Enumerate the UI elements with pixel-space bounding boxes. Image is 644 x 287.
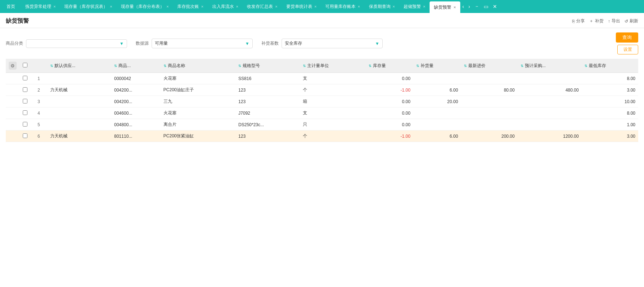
row-latest-price-0 — [461, 73, 518, 84]
row-replenish-qty-0 — [413, 73, 461, 84]
tab-close-collect[interactable]: × — [275, 4, 277, 9]
row-code-1: 004200... — [111, 84, 160, 96]
data-table: ⚙ ⇅ 默认供应... ⇅ 商 — [6, 59, 638, 142]
col-header-replenish-qty: ⇅ 补货量 — [413, 59, 461, 73]
row-supplier-0 — [47, 73, 111, 84]
sort-icon-name: ⇅ — [164, 64, 166, 68]
category-label: 商品分类 — [6, 40, 23, 47]
table-row: 6 力天机械 801110... PC200张紧油缸 123 个 -1.00 6… — [6, 131, 638, 142]
row-check-4[interactable] — [23, 122, 27, 127]
category-arrow-icon: ▼ — [119, 41, 124, 46]
share-button[interactable]: ⎘ 分享 — [572, 18, 585, 24]
row-replenish-qty-3 — [413, 107, 461, 119]
row-check-5[interactable] — [23, 133, 27, 138]
sort-icon-estimated: ⇅ — [521, 64, 523, 68]
row-unit-4: 只 — [300, 119, 366, 131]
tab-stock-status[interactable]: 现存量（库存状况表） × — [60, 0, 116, 13]
row-check-3[interactable] — [23, 110, 27, 115]
table-row: 3 004200... 三九 123 箱 0.00 20.00 10.00 — [6, 96, 638, 107]
tab-close-stock-status[interactable]: × — [110, 4, 112, 9]
datasource-label: 数据源 — [136, 40, 149, 47]
tab-close-available[interactable]: × — [358, 4, 360, 9]
tab-close-batch[interactable]: × — [201, 4, 203, 9]
col-header-spec: ⇅ 规格型号 — [235, 59, 300, 73]
row-name-2: 三九 — [161, 96, 236, 107]
row-checkbox-2[interactable] — [19, 96, 30, 107]
tab-batch[interactable]: 库存批次账 × — [173, 0, 208, 13]
row-checkbox-3[interactable] — [19, 107, 30, 119]
select-all-checkbox[interactable] — [23, 63, 27, 67]
row-spec-4: DS250*23c... — [235, 119, 300, 131]
tab-close-stock-dist[interactable]: × — [166, 4, 169, 9]
row-replenish-qty-1: 6.00 — [413, 84, 461, 96]
tab-abnormal[interactable]: 拣货异常处理 × — [21, 0, 60, 13]
tab-close-expiry[interactable]: × — [393, 4, 395, 9]
replenish-base-filter-group: 补货基数 安全库存 ▼ — [261, 39, 383, 48]
row-unit-2: 箱 — [300, 96, 366, 107]
tab-stock-dist[interactable]: 现存量（库存分布表） × — [117, 0, 173, 13]
row-min-stock-1: 3.00 — [582, 84, 638, 96]
row-stock-4: 0.00 — [366, 119, 413, 131]
col-header-product-name: ⇅ 商品名称 — [161, 59, 236, 73]
category-select[interactable]: ▼ — [26, 39, 127, 48]
row-settings-2 — [6, 96, 19, 107]
tab-expiry[interactable]: 保质期查询 × — [365, 0, 399, 13]
tab-demand[interactable]: 要货单统计表 × — [282, 0, 321, 13]
query-button[interactable]: 查询 — [616, 32, 638, 43]
refresh-button[interactable]: ↺ 刷新 — [625, 18, 638, 24]
row-check-0[interactable] — [23, 76, 27, 80]
export-button[interactable]: ↑ 导出 — [608, 18, 620, 24]
row-checkbox-1[interactable] — [19, 84, 30, 96]
col-header-settings: ⚙ — [6, 59, 19, 73]
col-header-min-stock: ⇅ 最低库存 — [582, 59, 638, 73]
replenish-base-select[interactable]: 安全库存 ▼ — [282, 39, 383, 48]
row-name-4: 离合片 — [161, 119, 236, 131]
row-replenish-qty-4 — [413, 119, 461, 131]
row-name-0: 火花塞 — [161, 73, 236, 84]
category-filter-group: 商品分类 ▼ — [6, 39, 127, 48]
export-icon: ↑ — [608, 19, 610, 24]
tab-overstock[interactable]: 超储预警 × — [399, 0, 430, 13]
row-code-5: 801110... — [111, 131, 160, 142]
datasource-select[interactable]: 可用量 ▼ — [152, 39, 253, 48]
tab-available[interactable]: 可用量库存账本 × — [321, 0, 364, 13]
row-code-0: 0000042 — [111, 73, 160, 84]
tab-close-inout[interactable]: × — [236, 4, 238, 9]
window-close-btn[interactable]: ✕ — [491, 0, 499, 13]
tab-inout[interactable]: 出入库流水 × — [208, 0, 243, 13]
row-stock-0: 0.00 — [366, 73, 413, 84]
column-settings-gear[interactable]: ⚙ — [9, 62, 17, 70]
row-checkbox-4[interactable] — [19, 119, 30, 131]
row-checkbox-0[interactable] — [19, 73, 30, 84]
tab-close-shortage[interactable]: × — [453, 5, 456, 9]
tab-close-abnormal[interactable]: × — [53, 4, 56, 9]
sort-icon-min-stock: ⇅ — [584, 64, 587, 68]
row-estimated-3 — [518, 107, 582, 119]
window-minimize-btn[interactable]: － — [472, 0, 482, 13]
tab-collect[interactable]: 收发存汇总表 × — [243, 0, 282, 13]
tab-nav-next[interactable]: › — [466, 0, 472, 13]
row-settings-1 — [6, 84, 19, 96]
tab-nav-prev[interactable]: ‹ — [460, 0, 466, 13]
row-spec-5: 123 — [235, 131, 300, 142]
settings-button[interactable]: 设置 — [617, 45, 638, 54]
row-supplier-1: 力天机械 — [47, 84, 111, 96]
window-restore-btn[interactable]: ▭ — [482, 0, 491, 13]
row-checkbox-5[interactable] — [19, 131, 30, 142]
header-actions: ⎘ 分享 ＋ 补货 ↑ 导出 ↺ 刷新 — [572, 18, 638, 24]
tab-close-demand[interactable]: × — [314, 4, 317, 9]
page-content: 缺货预警 ⎘ 分享 ＋ 补货 ↑ 导出 ↺ 刷新 商品分类 — [0, 13, 644, 287]
page-header: 缺货预警 ⎘ 分享 ＋ 补货 ↑ 导出 ↺ 刷新 — [0, 13, 644, 28]
tab-close-overstock[interactable]: × — [423, 4, 425, 9]
filter-bar: 商品分类 ▼ 数据源 可用量 ▼ 补货基数 安全库存 ▼ 查询 设置 — [0, 28, 644, 59]
refresh-icon: ↺ — [625, 19, 628, 24]
row-check-2[interactable] — [23, 99, 27, 103]
replenish-button[interactable]: ＋ 补货 — [589, 18, 604, 24]
row-spec-3: J7092 — [235, 107, 300, 119]
tab-home[interactable]: 首页 — [1, 0, 21, 13]
row-check-1[interactable] — [23, 87, 27, 92]
row-spec-0: SS816 — [235, 73, 300, 84]
tab-shortage[interactable]: 缺货预警 × — [430, 1, 460, 13]
row-latest-price-3 — [461, 107, 518, 119]
row-min-stock-5: 3.00 — [582, 131, 638, 142]
